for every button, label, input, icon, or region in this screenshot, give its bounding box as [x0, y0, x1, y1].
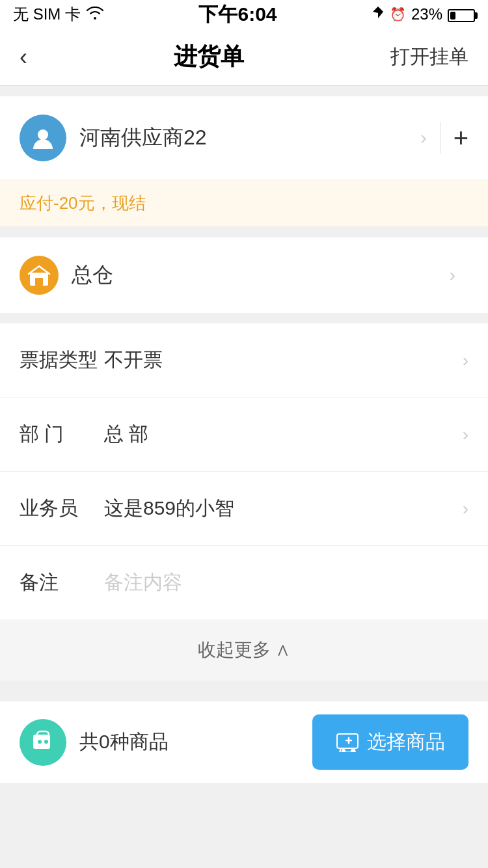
collapse-row[interactable]: 收起更多 ∧ [0, 619, 488, 681]
supplier-avatar [20, 115, 66, 161]
product-icon-wrap [20, 719, 66, 766]
warehouse-icon-wrap [20, 256, 59, 295]
status-left: 无 SIM 卡 [13, 4, 104, 25]
department-chevron-icon: › [463, 424, 468, 445]
invoice-type-value: 不开票 [104, 347, 463, 373]
department-row[interactable]: 部 门 总 部 › [0, 398, 488, 472]
bottom-bar: 共0种商品 选择商品 [0, 701, 488, 783]
nav-title: 进货单 [174, 41, 244, 73]
notice-bar: 应付-20元，现结 [0, 180, 488, 226]
supplier-name: 河南供应商22 [79, 124, 420, 152]
status-right: ⏰ 23% [372, 5, 475, 23]
remark-label: 备注 [20, 569, 104, 596]
battery-percent: 23% [411, 5, 442, 23]
invoice-type-chevron-icon: › [463, 350, 468, 371]
supplier-row[interactable]: 河南供应商22 › + [0, 96, 488, 180]
svg-point-7 [342, 749, 346, 752]
warehouse-section: 总仓 › [0, 237, 488, 313]
status-time: 下午6:04 [198, 1, 277, 28]
back-button[interactable]: ‹ [20, 44, 27, 71]
product-count-label: 共0种商品 [79, 729, 312, 755]
wifi-icon [86, 5, 104, 23]
department-value: 总 部 [104, 421, 463, 448]
alarm-icon: ⏰ [390, 7, 406, 22]
form-section: 票据类型 不开票 › 部 门 总 部 › 业务员 这是859的小智 › 备注 备… [0, 323, 488, 619]
add-supplier-button[interactable]: + [454, 124, 468, 153]
gap-4 [0, 681, 488, 691]
salesperson-chevron-icon: › [463, 498, 468, 519]
salesperson-value: 这是859的小智 [104, 495, 463, 522]
salesperson-label: 业务员 [20, 495, 104, 522]
carrier-label: 无 SIM 卡 [13, 4, 81, 25]
svg-rect-2 [35, 278, 43, 286]
location-icon [372, 5, 385, 23]
open-pending-button[interactable]: 打开挂单 [390, 44, 468, 70]
status-bar: 无 SIM 卡 下午6:04 ⏰ 23% [0, 0, 488, 29]
gap-3 [0, 313, 488, 323]
svg-point-4 [38, 740, 42, 744]
nav-bar: ‹ 进货单 打开挂单 [0, 29, 488, 86]
warehouse-chevron-icon: › [450, 265, 455, 286]
gap-2 [0, 226, 488, 237]
invoice-type-label: 票据类型 [20, 347, 104, 373]
warehouse-label: 总仓 [72, 261, 450, 290]
bottom-gray-area [0, 783, 488, 868]
remark-row[interactable]: 备注 备注内容 [0, 546, 488, 619]
warehouse-row[interactable]: 总仓 › [0, 237, 488, 313]
department-label: 部 门 [20, 421, 104, 448]
battery-icon [448, 5, 475, 23]
svg-point-0 [38, 129, 48, 140]
salesperson-row[interactable]: 业务员 这是859的小智 › [0, 472, 488, 546]
gap-1 [0, 86, 488, 96]
notice-text: 应付-20元，现结 [20, 193, 146, 213]
supplier-chevron-icon: › [420, 128, 426, 148]
select-product-button[interactable]: 选择商品 [312, 714, 468, 770]
vertical-divider [440, 122, 441, 154]
select-product-label: 选择商品 [367, 729, 445, 755]
invoice-type-row[interactable]: 票据类型 不开票 › [0, 323, 488, 398]
svg-point-5 [44, 740, 48, 744]
collapse-label: 收起更多 ∧ [198, 638, 291, 662]
remark-input[interactable]: 备注内容 [104, 569, 468, 596]
supplier-section: 河南供应商22 › + 应付-20元，现结 [0, 96, 488, 226]
